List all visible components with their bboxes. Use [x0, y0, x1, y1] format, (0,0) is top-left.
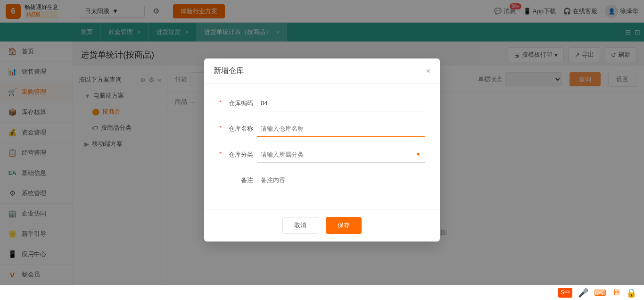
- warehouse-code-input[interactable]: [257, 95, 425, 111]
- form-label-category: 仓库分类: [219, 150, 257, 159]
- bottom-lock-icon[interactable]: 🔒: [626, 288, 636, 298]
- bottom-bar: S中 🎤 ⌨ 🖥 🔒: [0, 285, 644, 300]
- cancel-button[interactable]: 取消: [282, 217, 318, 234]
- form-row-remark: 备注: [219, 172, 425, 188]
- category-select-wrapper: ▼: [257, 146, 425, 163]
- form-row-code: 仓库编码: [219, 95, 425, 111]
- modal-header: 新增仓库 ×: [204, 58, 440, 84]
- add-warehouse-modal: 新增仓库 × 仓库编码 仓库名称 仓库分类 ▼: [204, 58, 440, 242]
- form-row-name: 仓库名称: [219, 121, 425, 137]
- warehouse-category-input[interactable]: [257, 146, 425, 162]
- bottom-mic-icon[interactable]: 🎤: [578, 288, 588, 298]
- warehouse-name-input[interactable]: [257, 121, 425, 137]
- bottom-monitor-icon[interactable]: 🖥: [612, 288, 620, 298]
- save-button[interactable]: 保存: [326, 217, 362, 234]
- modal-overlay[interactable]: 新增仓库 × 仓库编码 仓库名称 仓库分类 ▼: [0, 0, 644, 300]
- bottom-keyboard-icon[interactable]: ⌨: [594, 288, 606, 298]
- modal-body: 仓库编码 仓库名称 仓库分类 ▼ 备注: [204, 84, 440, 209]
- modal-title: 新增仓库: [214, 66, 244, 76]
- bottom-brand-icon: S中: [558, 288, 572, 298]
- form-label-remark: 备注: [219, 176, 257, 184]
- form-row-category: 仓库分类 ▼: [219, 146, 425, 163]
- modal-footer: 取消 保存: [204, 209, 440, 242]
- modal-close-button[interactable]: ×: [426, 67, 430, 75]
- warehouse-remark-input[interactable]: [257, 172, 425, 188]
- form-label-name: 仓库名称: [219, 125, 257, 133]
- form-label-code: 仓库编码: [219, 99, 257, 108]
